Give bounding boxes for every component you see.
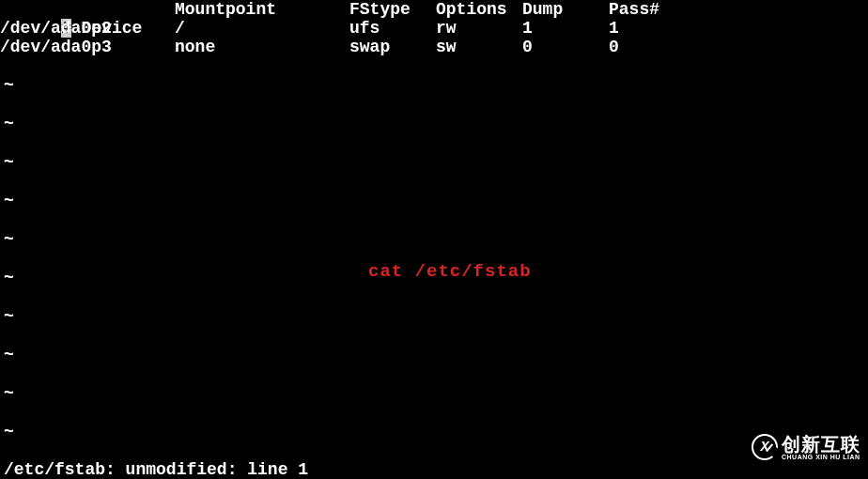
cell-dump: 1	[522, 19, 609, 38]
empty-line-tilde	[0, 210, 868, 230]
empty-line-tilde: ~	[0, 153, 868, 173]
col-header-dump: Dump	[522, 0, 609, 19]
cell-pass: 0	[609, 38, 868, 56]
col-header-fstype: FStype	[349, 0, 436, 19]
overlay-annotation: cat /etc/fstab	[368, 261, 532, 282]
cell-options: sw	[436, 38, 522, 56]
empty-line-tilde: ~	[0, 307, 868, 327]
empty-line-tilde: ~	[0, 423, 868, 442]
fstab-header-row: # Device Mountpoint FStype Options Dump …	[0, 0, 868, 19]
cell-pass: 1	[609, 19, 868, 38]
empty-line-tilde: ~	[0, 230, 868, 250]
cell-dump: 0	[522, 38, 609, 56]
empty-line-tilde	[0, 56, 868, 76]
logo-text-en: CHUANG XIN HU LIAN	[782, 454, 860, 460]
fstab-row: /dev/ada0p2 / ufs rw 1 1	[0, 19, 868, 38]
watermark-logo: X 创新互联 CHUANG XIN HU LIAN	[752, 434, 860, 460]
col-header-pass: Pass#	[609, 0, 868, 19]
empty-line-tilde	[0, 364, 868, 384]
empty-line-tilde	[0, 326, 868, 346]
col-header-mountpoint: Mountpoint	[175, 0, 349, 19]
cell-mountpoint: none	[175, 38, 349, 56]
empty-line-tilde	[0, 287, 868, 307]
logo-icon: X	[752, 434, 778, 460]
empty-line-tilde: ~	[0, 76, 868, 96]
cell-fstype: ufs	[349, 19, 436, 38]
empty-line-tilde	[0, 172, 868, 192]
cell-mountpoint: /	[175, 19, 349, 38]
logo-text-cn: 创新互联	[782, 435, 860, 454]
vi-status-line: /etc/fstab: unmodified: line 1	[4, 460, 308, 479]
empty-line-tilde	[0, 133, 868, 153]
empty-line-tilde	[0, 403, 868, 423]
cell-device: /dev/ada0p3	[0, 38, 175, 56]
empty-line-tilde: ~	[0, 384, 868, 404]
empty-line-tilde: ~	[0, 192, 868, 211]
cell-device: /dev/ada0p2	[0, 19, 175, 38]
empty-line-tilde	[0, 95, 868, 115]
cell-fstype: swap	[349, 38, 436, 56]
empty-line-tilde: ~	[0, 115, 868, 134]
col-header-options: Options	[436, 0, 522, 19]
terminal-window[interactable]: # Device Mountpoint FStype Options Dump …	[0, 0, 868, 479]
empty-line-tilde: ~	[0, 346, 868, 365]
fstab-row: /dev/ada0p3 none swap sw 0 0	[0, 38, 868, 56]
cell-options: rw	[436, 19, 522, 38]
